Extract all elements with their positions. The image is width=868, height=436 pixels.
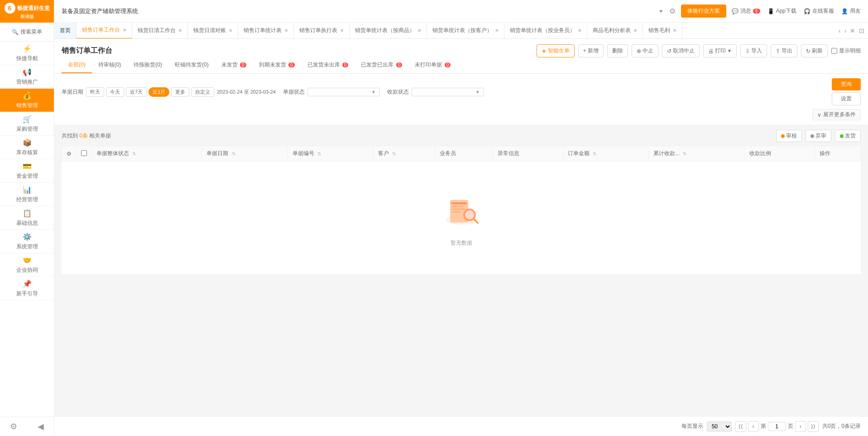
date-custom[interactable]: 自定义 [191,87,214,97]
tab-sales-stats[interactable]: 销售订单统计表 ✕ [238,23,294,39]
tab-close-sales-summary-product[interactable]: ✕ [417,28,421,33]
th-staff[interactable]: 业务员 [435,146,493,161]
message-btn[interactable]: 💬 消息 6 [732,7,760,15]
th-checkbox[interactable] [77,146,92,161]
th-customer[interactable]: 客户 ⇅ [374,146,435,161]
tab-close-cash-daily[interactable]: ✕ [178,28,182,33]
sidebar-item-marketing[interactable]: 📢 营销推广 [0,65,54,89]
tab-sales-summary-customer[interactable]: 销货单统计表（按客户） ✕ [427,23,504,39]
tab-sales-more[interactable]: 销售毛利 ✕ [643,23,682,39]
payment-select[interactable]: ▼ [412,88,484,96]
page-first-btn[interactable]: ⟨⟨ [735,421,746,432]
subtab-not-shipped[interactable]: 未发货 0 [215,57,253,73]
import-btn[interactable]: ⇩ 导入 [740,44,767,57]
subtab-shipped-not-warehoused[interactable]: 已发货未出库 0 [301,57,355,73]
th-date[interactable]: 单据日期 ⇅ [202,146,288,161]
subtab-overdue-not-shipped[interactable]: 到期未发货 0 [253,57,301,73]
tab-sales-exec[interactable]: 销售订单执行表 ✕ [294,23,350,39]
ship-action-btn[interactable]: 发货 [835,130,861,142]
settings-icon[interactable]: ⚙ [10,422,17,431]
date-more[interactable]: 更多 [171,87,189,97]
sidebar-item-purchase[interactable]: 🛒 采购管理 [0,112,54,136]
set-btn[interactable]: 设置 [832,92,861,105]
subtab-pending-inspect[interactable]: 待拣验货(0) [127,57,168,73]
sidebar-item-quick-nav[interactable]: ⚡ 快捷导航 [0,42,54,65]
cancel-stop-btn[interactable]: ↺ 取消中止 [662,44,700,57]
subtab-shipped-warehoused[interactable]: 已发货已出库 0 [355,57,408,73]
add-btn[interactable]: + 新增 [578,44,604,57]
status-select[interactable]: ▼ [307,88,380,96]
tab-home[interactable]: 首页 [54,23,77,39]
show-detail-checkbox[interactable]: 显示明细 [831,47,861,55]
sidebar-item-operations[interactable]: 📊 经营管理 [0,183,54,206]
table-scroll-container[interactable]: ⚙ 单据整体状态 ⇅ 单据日期 ⇅ 单据编号 [62,146,861,412]
sidebar-item-finance[interactable]: 💳 资金管理 [0,159,54,183]
page-last-btn[interactable]: ⟩⟩ [808,421,819,432]
sort-customer[interactable]: ⇅ [392,151,396,156]
sidebar-search[interactable]: 🔍 搜索菜单 [0,23,54,42]
show-detail-input[interactable] [831,48,837,54]
sidebar-item-system[interactable]: ⚙️ 系统管理 [0,230,54,253]
export-btn[interactable]: ⇧ 导出 [771,44,797,57]
sidebar-item-guide[interactable]: 📌 新手引导 [0,277,54,300]
expand-filter-btn[interactable]: ∨ 展开更多条件 [812,109,861,120]
th-settings[interactable]: ⚙ [62,146,77,161]
date-today[interactable]: 今天 [106,87,124,97]
stop-btn[interactable]: ⊗ 中止 [632,44,658,57]
tab-sales-summary-staff[interactable]: 销货单统计表（按业务员） ✕ [504,23,587,39]
select-all-checkbox[interactable] [81,150,87,156]
print-btn[interactable]: 🖨 打印 ▼ [703,44,737,57]
page-prev-btn[interactable]: ‹ [748,421,759,432]
th-collected[interactable]: 累计收款... ⇅ [649,146,745,161]
subtab-not-printed[interactable]: 未打印单据 0 [408,57,457,73]
delete-btn[interactable]: 删除 [607,44,628,57]
sort-overall-status[interactable]: ⇅ [132,151,136,156]
tab-close-gross-profit[interactable]: ✕ [633,28,637,33]
date-yesterday[interactable]: 昨天 [86,87,104,97]
cancel-review-action-btn[interactable]: 弃审 [806,130,831,142]
subtab-pending-review[interactable]: 待审核(0) [92,57,128,73]
subtab-all[interactable]: 全部(0) [62,57,92,73]
tab-close-all[interactable]: ✕ [850,27,855,34]
tab-nav-left[interactable]: ‹ [839,27,841,34]
sidebar-item-inventory[interactable]: 📦 库存核算 [0,136,54,159]
experience-btn[interactable]: 体验行业方案 [681,5,726,18]
refresh-btn[interactable]: ↻ 刷新 [801,44,828,57]
tab-cash-daily[interactable]: 钱货日清工作台 ✕ [132,23,188,39]
tab-maximize[interactable]: ⊡ [859,27,864,34]
sidebar-item-sales[interactable]: 💰 销售管理 [0,89,54,112]
th-exception[interactable]: 异常信息 [493,146,563,161]
sort-amount[interactable]: ⇅ [593,151,596,156]
tab-sales-workbench[interactable]: 销售订单工作台 ✕ [77,23,132,39]
tab-close-cash-reconcile[interactable]: ✕ [229,28,232,33]
smart-create-btn[interactable]: ★ 智能生单 [537,44,575,57]
sort-collected[interactable]: ⇅ [683,151,686,156]
sidebar-item-basic[interactable]: 📋 基础信息 [0,206,54,230]
query-btn[interactable]: 查询 [832,78,861,90]
page-size-select[interactable]: 10 20 50 100 [707,422,732,431]
tab-close-sales-stats[interactable]: ✕ [284,28,288,33]
tab-close-sales-exec[interactable]: ✕ [340,28,344,33]
dropdown-icon[interactable]: ▼ [658,8,664,14]
sort-date[interactable]: ⇅ [232,151,235,156]
tab-close-sales-more[interactable]: ✕ [673,28,676,33]
online-service-btn[interactable]: 🎧 在线客服 [804,7,834,15]
th-number[interactable]: 单据编号 ⇅ [288,146,373,161]
topbar-settings-icon[interactable]: ⚙ [669,7,676,15]
date-1month[interactable]: 近1月 [149,87,169,97]
date-7days[interactable]: 近7天 [126,87,147,97]
user-btn[interactable]: 👤 用友 [841,7,861,15]
tab-cash-reconcile[interactable]: 钱货日清对账 ✕ [188,23,238,39]
tab-gross-profit[interactable]: 商品毛利分析表 ✕ [587,23,643,39]
collapse-icon[interactable]: ◀ [38,422,44,431]
tab-sales-summary-product[interactable]: 销货单统计表（按商品） ✕ [350,23,427,39]
tab-nav-right[interactable]: › [844,27,846,34]
tab-close-sales-summary-staff[interactable]: ✕ [578,28,581,33]
sort-number[interactable]: ⇅ [317,151,321,156]
app-download-btn[interactable]: 📱 App下载 [767,7,796,15]
tab-close-sales-summary-customer[interactable]: ✕ [495,28,499,33]
th-overall-status[interactable]: 单据整体状态 ⇅ [92,146,202,161]
page-next-btn[interactable]: › [795,421,806,432]
th-amount[interactable]: 订单金额 ⇅ [563,146,648,161]
page-number-input[interactable] [768,422,786,431]
